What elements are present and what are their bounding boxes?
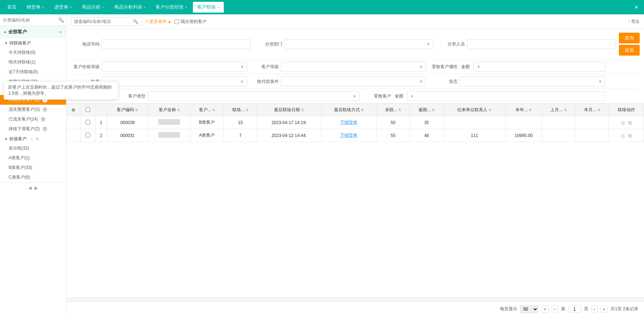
tab-purchase-close[interactable]: × xyxy=(70,5,72,9)
col-this-year[interactable]: 本年... ⇅ xyxy=(505,104,542,116)
cell-last-method-2[interactable]: 下销货单 xyxy=(321,129,376,142)
sort-icon-this-month: ⇅ xyxy=(597,108,600,112)
next-page-button[interactable]: › xyxy=(591,306,598,313)
prev-page-button[interactable]: ‹ xyxy=(552,306,558,313)
cell-action-2: ◎ ⊞ xyxy=(609,129,644,142)
col-overdue[interactable]: 逾期... ⇅ xyxy=(410,104,443,116)
filter-input-person[interactable]: ··· xyxy=(467,39,616,49)
tab-customer-tier[interactable]: 客户分层经营 × xyxy=(151,2,191,13)
filter-input-scatter-customer[interactable]: ▼ xyxy=(407,91,605,101)
sidebar-item-c-class[interactable]: C类客户(6) xyxy=(0,173,66,182)
col-last-date[interactable]: 最后联络日期 ⇅ xyxy=(257,104,321,116)
filter-input-customer-level[interactable]: ▼ xyxy=(281,62,426,72)
sidebar-search-icon[interactable]: 🔍 xyxy=(58,17,64,23)
sidebar-item-a-class[interactable]: A类客户(1) xyxy=(0,153,66,163)
value-edit-icon[interactable]: ○ xyxy=(30,137,33,142)
tab-purchase[interactable]: 进货单 × xyxy=(50,2,76,13)
grid-action-icon-1[interactable]: ⊞ xyxy=(628,120,632,126)
contact-icon-1[interactable]: ◎ xyxy=(621,120,625,126)
sidebar-item-today[interactable]: 今天待联络(0) xyxy=(0,48,66,57)
sidebar-search-input[interactable] xyxy=(3,18,57,23)
tab-customer-tier-close[interactable]: × xyxy=(185,5,187,9)
col-last-method[interactable]: 最后联络方式 ⇅ xyxy=(321,104,376,116)
row-checkbox-1[interactable] xyxy=(85,120,90,124)
tab-sales-close[interactable]: × xyxy=(42,5,44,9)
filter-input-price-level[interactable]: ▼ xyxy=(102,62,247,72)
filter-input-phone[interactable] xyxy=(102,39,251,49)
filter-input-status[interactable]: ▼ xyxy=(460,76,605,86)
tab-home[interactable]: 首页 xyxy=(3,2,21,13)
cell-checkbox-2[interactable] xyxy=(80,129,96,142)
filter-label-status: 状态 xyxy=(429,79,458,85)
tab-customer-contact-close[interactable]: × xyxy=(217,5,219,9)
filter-input-customer-type[interactable]: ▼ xyxy=(148,91,360,101)
tab-analysis-list-label: 商品分析列表 xyxy=(114,4,142,10)
sidebar-item-7days[interactable]: 近7天待联络(0) xyxy=(0,67,66,77)
grid-action-icon-2[interactable]: ⊞ xyxy=(628,133,632,138)
col-code-label: 客户编码 xyxy=(117,107,134,113)
main-search-icon[interactable]: 🔍 xyxy=(133,19,138,24)
filter-row-4: ··· 客户类型 ▼ 零散客户 全部 ▼ xyxy=(71,89,640,103)
col-checkbox[interactable] xyxy=(80,104,96,116)
sidebar-scroll-left-icon[interactable]: ◀ xyxy=(28,185,32,190)
col-unit-contacts[interactable]: 往来单位联系人 ⇅ xyxy=(443,104,505,116)
col-uncontacted[interactable]: 未联... ⇅ xyxy=(376,104,410,116)
value-customer-group[interactable]: ▼ 价值客户 ○ ✎ xyxy=(0,134,66,143)
col-settings[interactable]: ⚙ xyxy=(67,104,80,116)
cell-name-2 xyxy=(148,129,190,142)
table-horizontal-scrollbar[interactable] xyxy=(66,297,644,302)
select-all-checkbox[interactable] xyxy=(85,107,90,112)
sidebar-item-ungroup[interactable]: 未分组(32) xyxy=(0,143,66,153)
col-this-month[interactable]: 本月... ⇅ xyxy=(575,104,609,116)
more-filters-button[interactable]: ▽ 更多条件 ▲ xyxy=(145,19,172,25)
export-button[interactable]: ↑ 导出 xyxy=(628,19,640,25)
filter-input-scatter-attr[interactable]: ▼ xyxy=(473,62,605,72)
tab-purchase-label: 进货单 xyxy=(54,4,68,10)
tab-sales-label: 销货单 xyxy=(27,4,41,10)
cell-no-1: 1 xyxy=(96,116,107,129)
cell-checkbox-1[interactable] xyxy=(80,116,96,129)
filter-input-dept[interactable]: ▼ xyxy=(284,39,434,49)
tab-analysis-close[interactable]: × xyxy=(102,5,104,9)
pending-contact-group[interactable]: ▼ 待联络客户 xyxy=(0,38,66,48)
last-page-button[interactable]: » xyxy=(601,306,608,313)
sidebar-item-lost-risk[interactable]: 流失预警客户(3) ? xyxy=(0,105,66,114)
chevron-up-icon: ▲ xyxy=(167,19,172,24)
settings-button[interactable]: 设置 xyxy=(619,45,640,56)
tab-sales[interactable]: 销货单 × xyxy=(22,2,48,13)
col-code[interactable]: 客户编码 ⇅ xyxy=(107,104,148,116)
col-name[interactable]: 客户名称 ⇅ xyxy=(148,104,190,116)
sidebar-scroll-right-icon[interactable]: ▶ xyxy=(34,185,38,190)
last-method-link-1[interactable]: 下销货单 xyxy=(340,120,357,125)
value-settings-icon[interactable]: ✎ xyxy=(36,137,39,142)
filter-input-payment[interactable]: ▼ xyxy=(281,76,426,86)
sidebar-collapse-button[interactable]: » xyxy=(59,29,62,34)
info-icon-decline: ? xyxy=(42,127,47,132)
my-customers-checkbox[interactable] xyxy=(175,19,179,24)
filter-input-nature[interactable]: ▼ xyxy=(102,76,247,86)
query-button[interactable]: 查询 xyxy=(619,33,640,43)
col-category[interactable]: 客户... ⇅ xyxy=(190,104,224,116)
per-page-select[interactable]: 50 100 200 xyxy=(520,305,538,313)
main-search-input[interactable] xyxy=(74,19,131,24)
tab-analysis[interactable]: 商品分析 × xyxy=(78,2,108,13)
cell-last-method-1[interactable]: 下销货单 xyxy=(321,116,376,129)
filter-field-customer-level: 客户等级 ▼ xyxy=(250,62,426,72)
sidebar-item-b-class[interactable]: B类客户(33) xyxy=(0,163,66,173)
tab-analysis-list[interactable]: 商品分析列表 × xyxy=(110,2,150,13)
page-number-input[interactable] xyxy=(568,306,581,313)
col-last-month[interactable]: 上月... ⇅ xyxy=(542,104,575,116)
last-method-link-2[interactable]: 下销货单 xyxy=(340,133,357,138)
sidebar-item-lost[interactable]: 已流失客户(24) ? xyxy=(0,114,66,124)
sidebar-item-decline[interactable]: 持续下滑客户(2) ? xyxy=(0,124,66,134)
filter-label-price-level: 客户价格等级 xyxy=(71,64,99,70)
row-checkbox-2[interactable] xyxy=(85,133,90,137)
tab-customer-contact[interactable]: 客户联络 × xyxy=(193,2,224,13)
first-page-button[interactable]: « xyxy=(541,306,549,313)
col-contact-num[interactable]: 联络... ⇅ xyxy=(224,104,257,116)
contact-icon-2[interactable]: ◎ xyxy=(621,133,625,138)
tab-analysis-list-close[interactable]: × xyxy=(144,5,146,9)
close-all-button[interactable]: × xyxy=(631,2,641,13)
sidebar-item-tomorrow[interactable]: 明天待联络(1) xyxy=(0,57,66,67)
sidebar-item-lost-risk-label: 流失预警客户(3) xyxy=(9,107,40,112)
